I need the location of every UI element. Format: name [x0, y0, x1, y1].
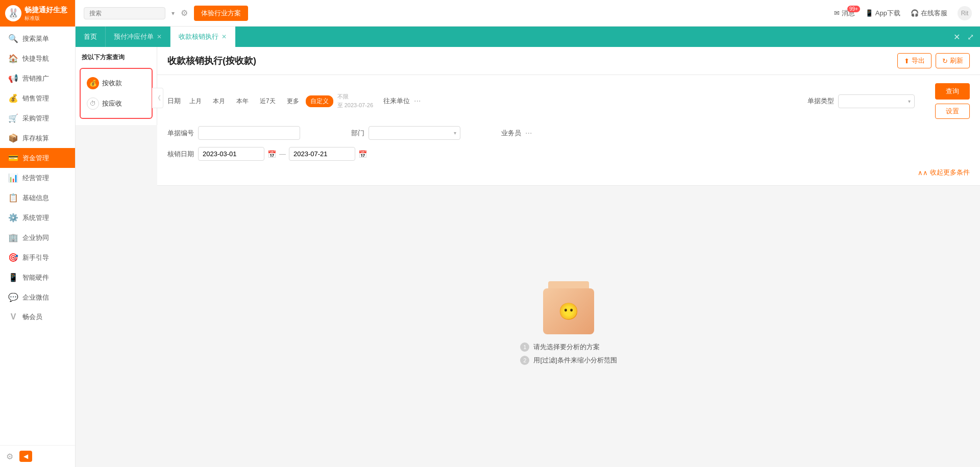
main-area: ▾ ⚙ 体验行业方案 ✉ 消息 99+ 📱 App下载 🎧 在线客服 Rit — [76, 0, 980, 467]
calendar-end-icon[interactable]: 📅 — [358, 150, 367, 158]
sales-icon: 💰 — [8, 93, 18, 103]
filter-by-receipt[interactable]: 💰 按收款 — [83, 73, 150, 93]
tab-close-icon[interactable]: ✕ — [222, 33, 227, 40]
offset-date-start-input[interactable] — [198, 147, 264, 161]
search-input[interactable] — [84, 7, 165, 19]
sidebar-logo: 🐰 畅捷通好生意 标准版 — [0, 0, 75, 27]
left-panel-collapse-btn[interactable]: 《 — [152, 88, 163, 108]
sidebar-item-inventory[interactable]: 📦 库存核算 — [0, 128, 75, 148]
left-panel-title: 按以下方案查询 — [80, 53, 153, 62]
filter-by-receivable[interactable]: ⏱ 按应收 — [83, 93, 150, 114]
sidebar-item-label: 采购管理 — [22, 114, 49, 123]
sidebar-item-quick-nav[interactable]: 🏠 快捷导航 — [0, 48, 75, 68]
sidebar-item-business[interactable]: 📊 经营管理 — [0, 168, 75, 188]
message-button[interactable]: ✉ 消息 99+ — [834, 9, 855, 18]
logo-sub-text: 标准版 — [24, 15, 67, 21]
hint-number-2: 2 — [520, 356, 529, 365]
app-label: App下载 — [875, 9, 900, 18]
tab-prepay-offset[interactable]: 预付冲应付单 ✕ — [106, 27, 170, 47]
sidebar-item-system[interactable]: ⚙️ 系统管理 — [0, 208, 75, 228]
sidebar-collapse-btn[interactable]: ◀ — [19, 451, 32, 462]
counterpart-more-icon[interactable]: ··· — [414, 96, 421, 106]
date-to-text: 至 2023-07-26 — [337, 102, 373, 109]
date-label: 日期 — [167, 96, 181, 106]
date-btn-this-month[interactable]: 本月 — [208, 95, 230, 107]
solution-button[interactable]: 体验行业方案 — [194, 6, 248, 21]
tab-receipt-offset[interactable]: 收款核销执行 ✕ — [170, 27, 235, 47]
collapse-more-label: 收起更多条件 — [930, 168, 970, 177]
logo-icon: 🐰 — [5, 5, 21, 21]
sidebar-item-label: 基础信息 — [22, 193, 49, 203]
tab-home[interactable]: 首页 — [76, 27, 106, 47]
main-content: 收款核销执行(按收款) ⬆ 导出 ↻ 刷新 — [157, 47, 980, 467]
avatar: Rit — [958, 6, 972, 20]
date-btn-this-year[interactable]: 本年 — [232, 95, 253, 107]
filter-area: 日期 上月 本月 本年 近7天 更多 自定义 不限 至 — [157, 75, 980, 186]
sidebar-item-enterprise[interactable]: 🏢 企业协同 — [0, 228, 75, 248]
filter-row-3: 核销日期 📅 — 📅 — [167, 147, 970, 161]
sidebar-item-basic-info[interactable]: 📋 基础信息 — [0, 188, 75, 208]
sidebar-item-purchase[interactable]: 🛒 采购管理 — [0, 108, 75, 128]
user-profile[interactable]: Rit — [958, 6, 972, 20]
app-download-button[interactable]: 📱 App下载 — [865, 9, 900, 18]
settings-button[interactable]: 设置 — [935, 104, 970, 119]
empty-state: 😶 1 请先选择要分析的方案 2 用[过滤]条件来缩小分析范围 — [157, 186, 980, 467]
staff-more-icon[interactable]: ··· — [525, 129, 532, 138]
sidebar-item-label: 新手引导 — [22, 253, 49, 262]
doc-type-select[interactable] — [838, 94, 915, 108]
sidebar-item-label: 销售管理 — [22, 94, 49, 103]
export-button[interactable]: ⬆ 导出 — [897, 53, 932, 68]
receivable-icon: ⏱ — [87, 97, 99, 110]
date-btn-custom[interactable]: 自定义 — [306, 95, 333, 107]
query-button[interactable]: 查询 — [935, 83, 970, 100]
collapse-more-btn[interactable]: ∧∧ 收起更多条件 — [167, 168, 970, 177]
page-header: 收款核销执行(按收款) ⬆ 导出 ↻ 刷新 — [157, 47, 980, 75]
sidebar-item-sales[interactable]: 💰 销售管理 — [0, 88, 75, 108]
service-label: 在线客服 — [921, 9, 947, 18]
empty-face-icon: 😶 — [558, 302, 579, 321]
content-area: 按以下方案查询 💰 按收款 ⏱ 按应收 《 收款核销执行(按收款) — [76, 47, 980, 467]
filter-row-1: 日期 上月 本月 本年 近7天 更多 自定义 不限 至 — [167, 83, 970, 119]
offset-date-label: 核销日期 — [167, 150, 194, 159]
tab-close-all-icon[interactable]: ✕ — [951, 30, 962, 44]
dept-select[interactable] — [369, 126, 460, 140]
sidebar-nav: 🔍 搜索菜单 🏠 快捷导航 📢 营销推广 💰 销售管理 🛒 采购管理 📦 库存核… — [0, 27, 75, 445]
app-icon: 📱 — [865, 9, 873, 17]
export-icon: ⬆ — [904, 57, 910, 65]
finance-icon: 💳 — [8, 153, 18, 163]
page-title: 收款核销执行(按收款) — [167, 55, 256, 67]
offset-date-end-input[interactable] — [289, 147, 355, 161]
staff-filter-group: 业务员 ··· — [501, 129, 532, 138]
settings-icon[interactable]: ⚙ — [6, 452, 13, 461]
empty-illustration: 😶 — [543, 288, 594, 334]
date-btn-last-month[interactable]: 上月 — [185, 95, 206, 107]
filter-wrapper: 日期 上月 本月 本年 近7天 更多 自定义 不限 至 — [157, 75, 980, 186]
sidebar-item-wechat[interactable]: 💬 企业微信 — [0, 287, 75, 307]
date-btn-last-7-days[interactable]: 近7天 — [255, 95, 280, 107]
sidebar-item-finance[interactable]: 💳 资金管理 — [0, 148, 75, 168]
tab-close-icon[interactable]: ✕ — [157, 33, 162, 40]
sidebar-item-label: 资金管理 — [22, 154, 49, 163]
sidebar-item-search-menu[interactable]: 🔍 搜索菜单 — [0, 29, 75, 48]
date-filter-group: 日期 上月 本月 本年 近7天 更多 自定义 不限 至 — [167, 93, 373, 109]
date-quick-buttons: 上月 本月 本年 近7天 更多 自定义 — [185, 95, 333, 107]
gear-icon[interactable]: ⚙ — [181, 8, 188, 18]
calendar-start-icon[interactable]: 📅 — [267, 150, 276, 158]
sidebar-item-guide[interactable]: 🎯 新手引导 — [0, 248, 75, 267]
sidebar-item-member[interactable]: V 畅会员 — [0, 307, 75, 327]
sidebar-item-label: 智能硬件 — [22, 273, 49, 282]
refresh-button[interactable]: ↻ 刷新 — [936, 53, 970, 68]
service-button[interactable]: 🎧 在线客服 — [911, 9, 947, 18]
sidebar-item-label: 营销推广 — [22, 74, 49, 83]
hardware-icon: 📱 — [8, 273, 18, 282]
date-btn-more[interactable]: 更多 — [282, 95, 304, 107]
service-icon: 🎧 — [911, 9, 919, 17]
sidebar-item-hardware[interactable]: 📱 智能硬件 — [0, 267, 75, 287]
doc-no-input[interactable] — [198, 126, 300, 140]
sidebar-item-marketing[interactable]: 📢 营销推广 — [0, 68, 75, 88]
tab-expand-icon[interactable]: ⤢ — [965, 30, 976, 44]
purchase-icon: 🛒 — [8, 113, 18, 123]
doc-no-label: 单据编号 — [167, 129, 194, 138]
member-icon: V — [8, 312, 18, 322]
chevron-down-icon[interactable]: ▾ — [172, 10, 175, 17]
